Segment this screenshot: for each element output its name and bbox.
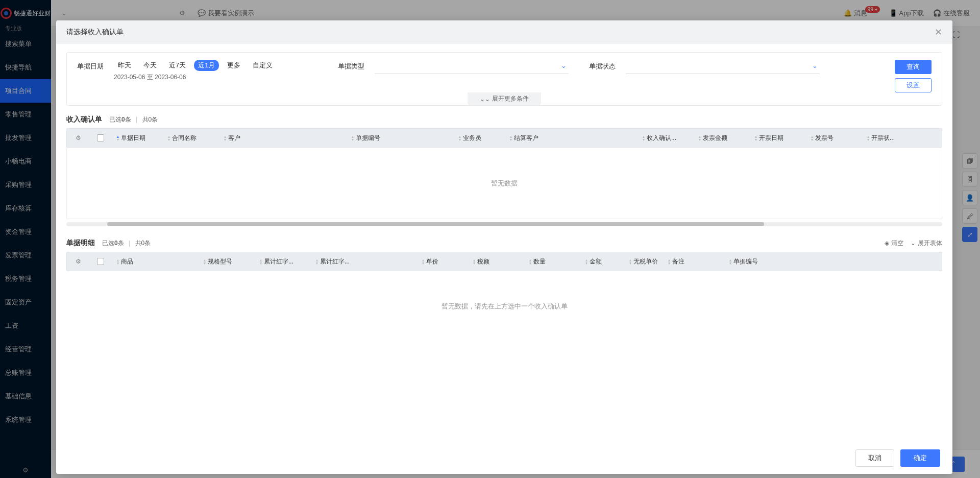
section2-selection-info: 已选0条 | 共0条: [102, 239, 151, 248]
select-all2-checkbox[interactable]: [89, 258, 112, 265]
table2: ⚙ 商品 规格型号 累计红字... 累计红字... 单价 税额 数量 金额 无税…: [66, 252, 942, 271]
status-label: 单据状态: [589, 60, 620, 71]
filter-buttons: 查询 设置: [895, 60, 932, 92]
chevron-down-icon: ⌄: [812, 62, 818, 69]
col2-settings-icon[interactable]: ⚙: [67, 258, 89, 265]
eraser-icon: ◈: [885, 240, 889, 247]
double-chevron-down-icon: ⌄: [911, 240, 916, 247]
date-label: 单据日期: [77, 60, 108, 71]
chip-today[interactable]: 今天: [139, 60, 161, 71]
filter-panel: 单据日期 昨天 今天 近7天 近1月 更多 自定义 2023-05-06 至 2…: [66, 52, 942, 106]
table2-empty: 暂无数据，请先在上方选中一个收入确认单: [56, 271, 952, 442]
clear-button[interactable]: ◈清空: [885, 239, 903, 248]
col2-tax[interactable]: 税额: [444, 257, 495, 266]
status-select[interactable]: ⌄: [626, 60, 820, 74]
filter-settings-button[interactable]: 设置: [895, 78, 932, 92]
modal-title: 请选择收入确认单: [66, 28, 124, 37]
col-invoice-no[interactable]: 发票号: [806, 134, 862, 142]
col-invoice-date[interactable]: 开票日期: [750, 134, 806, 142]
col2-price[interactable]: 单价: [393, 257, 444, 266]
table1-empty: 暂无数据: [66, 148, 942, 219]
chip-1m[interactable]: 近1月: [194, 60, 219, 71]
col2-red1[interactable]: 累计红字...: [255, 257, 311, 266]
col2-remark[interactable]: 备注: [663, 257, 724, 266]
section2-title: 单据明细: [66, 238, 95, 248]
section1-selection-info: 已选0条 | 共0条: [109, 115, 158, 124]
col-settle[interactable]: 结算客户: [505, 134, 638, 142]
table1: ⚙ 单据日期 合同名称 客户 单据编号 业务员 结算客户 收入确认... 发票金…: [66, 128, 942, 219]
section2-actions: ◈清空 ⌄展开表体: [885, 239, 942, 248]
date-chips: 昨天 今天 近7天 近1月 更多 自定义: [114, 60, 277, 71]
chip-7d[interactable]: 近7天: [165, 60, 190, 71]
col-customer[interactable]: 客户: [219, 134, 347, 142]
section2-head: 单据明细 已选0条 | 共0条 ◈清空 ⌄展开表体: [56, 233, 952, 252]
ok-button[interactable]: 确定: [900, 449, 940, 467]
col-contract[interactable]: 合同名称: [163, 134, 219, 142]
col-sales[interactable]: 业务员: [454, 134, 505, 142]
table1-head: ⚙ 单据日期 合同名称 客户 单据编号 业务员 结算客户 收入确认... 发票金…: [66, 128, 942, 148]
select-all-checkbox[interactable]: [89, 134, 112, 141]
expand-conditions-button[interactable]: ⌄⌄ 展开更多条件: [468, 92, 541, 105]
col2-amount[interactable]: 金额: [551, 257, 607, 266]
cancel-button[interactable]: 取消: [855, 449, 894, 467]
modal-footer: 取消 确定: [56, 442, 952, 474]
col2-notax[interactable]: 无税单价: [607, 257, 663, 266]
type-label: 单据类型: [338, 60, 369, 71]
close-icon[interactable]: ✕: [935, 27, 942, 38]
scroll-thumb[interactable]: [107, 222, 764, 226]
chevron-down-icon: ⌄: [561, 62, 567, 69]
col-docno[interactable]: 单据编号: [347, 134, 454, 142]
double-chevron-down-icon: ⌄⌄: [480, 95, 490, 103]
col-invoice-amt[interactable]: 发票金额: [694, 134, 750, 142]
expand-body-button[interactable]: ⌄展开表体: [911, 239, 942, 248]
table2-head: ⚙ 商品 规格型号 累计红字... 累计红字... 单价 税额 数量 金额 无税…: [66, 252, 942, 271]
date-range-text: 2023-05-06 至 2023-06-06: [114, 73, 277, 82]
col2-red2[interactable]: 累计红字...: [311, 257, 393, 266]
query-button[interactable]: 查询: [895, 60, 932, 74]
type-select[interactable]: ⌄: [375, 60, 569, 74]
col-date[interactable]: 单据日期: [112, 134, 163, 142]
modal-header: 请选择收入确认单 ✕: [56, 20, 952, 44]
filter-type: 单据类型 ⌄: [338, 60, 569, 74]
col2-spec[interactable]: 规格型号: [199, 257, 255, 266]
modal-body: 单据日期 昨天 今天 近7天 近1月 更多 自定义 2023-05-06 至 2…: [56, 44, 952, 442]
section1-title: 收入确认单: [66, 115, 102, 124]
filter-date: 单据日期 昨天 今天 近7天 近1月 更多 自定义 2023-05-06 至 2…: [77, 60, 277, 82]
col2-product[interactable]: 商品: [112, 257, 199, 266]
chip-yesterday[interactable]: 昨天: [114, 60, 135, 71]
col-income[interactable]: 收入确认...: [638, 134, 694, 142]
table1-hscroll[interactable]: [66, 222, 942, 226]
col2-qty[interactable]: 数量: [495, 257, 551, 266]
col-settings-icon[interactable]: ⚙: [67, 134, 89, 141]
select-income-modal: 请选择收入确认单 ✕ 单据日期 昨天 今天 近7天 近1月 更多 自定义: [56, 20, 952, 474]
chip-more[interactable]: 更多: [223, 60, 244, 71]
chip-custom[interactable]: 自定义: [249, 60, 277, 71]
col-invoice-status[interactable]: 开票状...: [862, 134, 942, 142]
col2-docno[interactable]: 单据编号: [724, 257, 942, 266]
section1-head: 收入确认单 已选0条 | 共0条: [56, 110, 952, 128]
filter-status: 单据状态 ⌄: [589, 60, 820, 74]
